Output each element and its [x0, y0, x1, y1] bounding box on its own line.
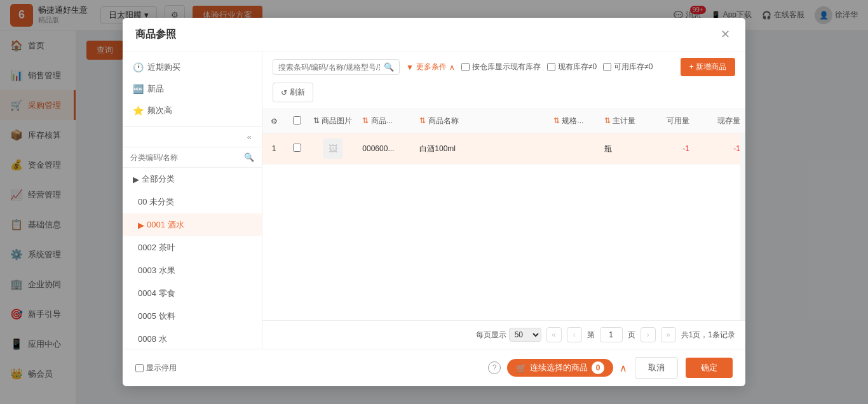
- row-checkbox[interactable]: [293, 144, 301, 152]
- page-size-select-input[interactable]: 10 20 50 100: [509, 328, 541, 342]
- category-search-input[interactable]: [130, 153, 240, 162]
- avail-ne0-label: 可用库存≠0: [614, 62, 653, 72]
- category-fruit-label: 0003 水果: [138, 265, 175, 276]
- modal-body: 🕐 近期购买 🆕 新品 ⭐ 频次高: [123, 51, 745, 349]
- quick-nav-frequent[interactable]: ⭐ 频次高: [123, 100, 262, 121]
- page-number-input[interactable]: [600, 327, 623, 342]
- warehouse-display-checkbox[interactable]: [461, 63, 470, 71]
- show-disabled-checkbox-label[interactable]: 显示停用: [135, 363, 177, 374]
- warehouse-display-label: 按仓库显示现有库存: [472, 62, 541, 72]
- modal-close-button[interactable]: ✕: [717, 27, 733, 42]
- th-available: 可用量: [644, 109, 695, 133]
- row-product-code: 000600...: [357, 133, 414, 165]
- select-all-checkbox[interactable]: [293, 116, 301, 125]
- table-settings-icon[interactable]: ⚙: [271, 117, 278, 126]
- collapse-left-panel-btn[interactable]: «: [123, 127, 262, 147]
- expand-liquor-icon: ▶: [138, 220, 144, 230]
- th-stock: 现存量: [695, 109, 745, 133]
- th-code-sort-icon: ⇅: [362, 116, 369, 125]
- confirm-btn[interactable]: 确定: [686, 358, 733, 378]
- avail-ne0-checkbox[interactable]: [603, 63, 611, 71]
- th-unit-sort-icon: ⇅: [604, 116, 611, 125]
- category-item-fruit[interactable]: 0003 水果: [123, 259, 262, 282]
- row-checkbox-cell[interactable]: [285, 133, 308, 165]
- category-item-liquor[interactable]: ▶ 0001 酒水: [123, 213, 262, 236]
- th-spec[interactable]: ⇅ 规格...: [548, 109, 599, 133]
- cart-shopping-icon: 🛒: [516, 363, 526, 373]
- category-item-tea[interactable]: 0002 茶叶: [123, 236, 262, 259]
- category-item-all[interactable]: ▶ 全部分类: [123, 168, 262, 191]
- table-row[interactable]: 1 🖼: [262, 133, 745, 165]
- total-info: 共1页，1条记录: [681, 330, 735, 340]
- refresh-label: 刷新: [290, 87, 305, 98]
- row-available: -1: [644, 133, 695, 165]
- category-beverage-label: 0005 饮料: [138, 311, 175, 322]
- search-icon[interactable]: 🔍: [384, 62, 394, 72]
- add-product-btn[interactable]: + 新增商品: [681, 58, 735, 76]
- help-icon[interactable]: ?: [488, 361, 501, 374]
- filter-icon: ▼: [406, 63, 414, 72]
- modal-header: 商品参照 ✕: [123, 18, 745, 51]
- th-available-label: 可用量: [667, 116, 689, 125]
- content-area: 查询 设置 刷新 商品参照 ✕ 🕐: [76, 30, 868, 404]
- first-page-btn[interactable]: «: [546, 327, 562, 342]
- category-list: ▶ 全部分类 00 未分类 ▶ 0001 酒水 0002 茶: [123, 168, 262, 349]
- modal-footer: 显示停用 ? 🛒 连续选择的商品 0 ∧ 取消 确定: [123, 349, 745, 386]
- checkbox-stock-ne0[interactable]: 现有库存≠0: [547, 62, 597, 72]
- cancel-btn[interactable]: 取消: [635, 357, 678, 379]
- quick-nav-recent-label: 近期购买: [147, 62, 180, 73]
- th-spec-label: 规格...: [562, 116, 583, 125]
- th-product-name[interactable]: ⇅ 商品名称: [414, 109, 548, 133]
- th-settings[interactable]: ⚙: [262, 109, 285, 133]
- th-stock-label: 现存量: [717, 116, 740, 125]
- th-spec-sort-icon: ⇅: [553, 116, 560, 125]
- table-scrollbar-track[interactable]: [740, 109, 745, 320]
- product-toolbar: 🔍 ▼ 更多条件 ∧ 按仓库显示现有库存: [262, 51, 745, 109]
- th-unit[interactable]: ⇅ 主计量: [599, 109, 644, 133]
- collapse-cart-btn[interactable]: ∧: [620, 362, 627, 374]
- row-spec: [548, 133, 599, 165]
- category-item-water[interactable]: 0008 水: [123, 328, 262, 349]
- page-size-selector: 每页显示 10 20 50 100: [476, 328, 541, 342]
- th-code-label: 商品...: [371, 116, 393, 125]
- cart-button[interactable]: 🛒 连续选择的商品 0: [507, 359, 613, 377]
- checkbox-avail-ne0[interactable]: 可用库存≠0: [603, 62, 653, 72]
- pagination: 每页显示 10 20 50 100 « ‹ 第: [262, 320, 745, 349]
- product-search-box: 🔍: [273, 59, 400, 75]
- category-item-snack[interactable]: 0004 零食: [123, 282, 262, 305]
- cart-label: 连续选择的商品: [530, 362, 588, 374]
- table-header-row: ⚙ ⇅ 商品图片: [262, 109, 745, 133]
- page-suffix: 页: [628, 330, 635, 340]
- category-all-label: 全部分类: [142, 173, 175, 185]
- show-disabled-label: 显示停用: [146, 363, 177, 374]
- main-layout: 🏠 首页 📊 销售管理 🛒 采购管理 📦 库存核算 💰 资金管理 📈 经营管理 …: [0, 30, 868, 404]
- page-label: 第: [587, 330, 595, 340]
- th-checkbox[interactable]: [285, 109, 308, 133]
- prev-page-btn[interactable]: ‹: [567, 327, 582, 342]
- checkbox-warehouse-display[interactable]: 按仓库显示现有库存: [461, 62, 541, 72]
- category-item-uncategorized[interactable]: 00 未分类: [123, 191, 262, 213]
- show-disabled-checkbox[interactable]: [135, 364, 144, 372]
- last-page-btn[interactable]: »: [661, 327, 676, 342]
- quick-nav-frequent-label: 频次高: [147, 105, 172, 116]
- category-tea-label: 0002 茶叶: [138, 242, 175, 253]
- quick-nav-new-label: 新品: [147, 83, 164, 95]
- cart-area: ? 🛒 连续选择的商品 0 ∧: [488, 359, 627, 377]
- product-search-input[interactable]: [278, 63, 380, 72]
- page-size-label: 每页显示: [476, 330, 506, 340]
- row-product-name: 白酒100ml: [414, 133, 548, 165]
- modal-overlay: 商品参照 ✕ 🕐 近期购买 🆕: [0, 0, 868, 404]
- recent-icon: 🕐: [133, 62, 144, 72]
- category-search-icon[interactable]: 🔍: [244, 152, 254, 162]
- refresh-btn[interactable]: ↺ 刷新: [273, 83, 313, 102]
- product-img-placeholder: 🖼: [323, 138, 343, 159]
- stock-ne0-checkbox[interactable]: [547, 63, 555, 71]
- quick-nav-recent[interactable]: 🕐 近期购买: [123, 57, 262, 78]
- stock-ne0-label: 现有库存≠0: [558, 62, 597, 72]
- th-product-code[interactable]: ⇅ 商品...: [357, 109, 414, 133]
- row-unit: 瓶: [599, 133, 644, 165]
- next-page-btn[interactable]: ›: [641, 327, 656, 342]
- quick-nav-new[interactable]: 🆕 新品: [123, 78, 262, 100]
- category-item-beverage[interactable]: 0005 饮料: [123, 305, 262, 328]
- more-filter-btn[interactable]: ▼ 更多条件 ∧: [406, 62, 455, 72]
